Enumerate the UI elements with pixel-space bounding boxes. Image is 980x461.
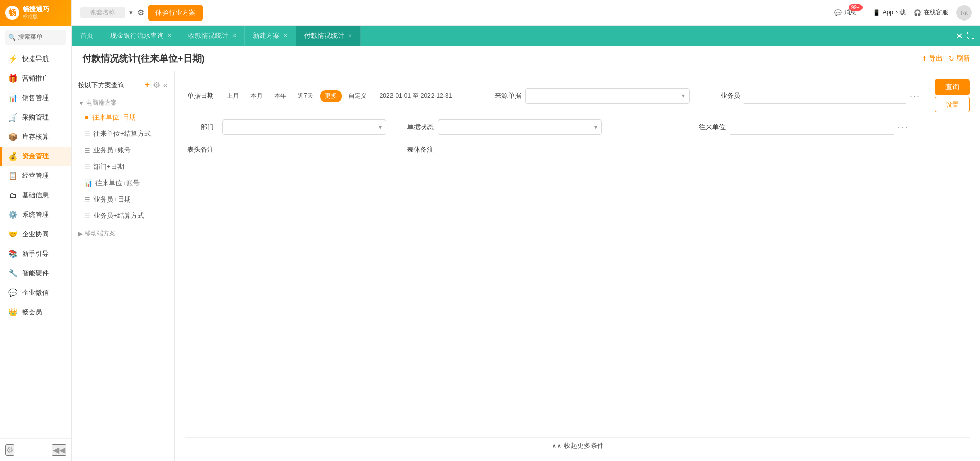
source-select[interactable]: ▾	[525, 88, 690, 104]
sidebar-item-label: 营销推广	[22, 74, 49, 83]
tab-payment-close[interactable]: ×	[348, 32, 352, 39]
scheme-panel-title: 按以下方案查询	[78, 81, 125, 90]
sidebar-item-label: 快捷导航	[22, 54, 49, 64]
online-service-button[interactable]: 🎧 在线客服	[914, 8, 948, 17]
search-menu-button[interactable]: 🔍 搜索菜单	[5, 30, 66, 45]
table-header-note-input[interactable]	[222, 142, 386, 157]
scheme-mobile-label: 移动端方案	[85, 229, 115, 238]
tabs-actions: ✕ ⛶	[951, 26, 980, 46]
doc-status-select[interactable]: ▾	[438, 119, 602, 135]
scheme-item-salesperson-account[interactable]: ☰ 业务员+账号	[72, 142, 174, 158]
sidebar-item-operation[interactable]: 📋 经营管理	[0, 166, 71, 186]
date-btn-7days[interactable]: 近7天	[293, 90, 318, 102]
date-btn-thisyear[interactable]: 本年	[269, 90, 291, 102]
scheme-panel-header: 按以下方案查询 + ⚙ «	[72, 76, 174, 93]
date-btn-custom[interactable]: 自定义	[344, 90, 371, 102]
sidebar-item-weixin[interactable]: 💬 企业微信	[0, 283, 71, 303]
scheme-section-mobile-title[interactable]: ▶ 移动端方案	[72, 227, 174, 240]
tab-home[interactable]: 首页	[72, 26, 102, 46]
tab-receivable-close[interactable]: ×	[232, 32, 236, 39]
user-avatar[interactable]: Rit	[956, 5, 972, 21]
logo-text: 畅捷通巧	[23, 5, 49, 13]
date-btn-thismonth[interactable]: 本月	[246, 90, 267, 102]
sidebar-item-finance[interactable]: 💰 资金管理	[0, 147, 71, 166]
sidebar-item-system[interactable]: ⚙️ 系统管理	[0, 205, 71, 225]
salesperson-label: 业务员	[712, 91, 740, 101]
scheme-item-salesperson-date[interactable]: ☰ 业务员+日期	[72, 191, 174, 208]
table-body-note-input[interactable]	[438, 142, 602, 157]
sidebar-item-purchase[interactable]: 🛒 采购管理	[0, 108, 71, 127]
trial-button[interactable]: 体验行业方案	[148, 5, 203, 21]
scheme-section-desktop: ▼ 电脑端方案 ● 往来单位+日期 ☰ 往来单位+结算方式 ☰ 业务员+账号	[72, 96, 174, 224]
dept-select[interactable]: ▾	[222, 119, 386, 135]
sidebar-item-marketing[interactable]: 🎁 营销推广	[0, 69, 71, 88]
app-label: App下载	[883, 8, 906, 17]
sidebar-item-basic[interactable]: 🗂 基础信息	[0, 186, 71, 205]
tab-home-label: 首页	[80, 31, 93, 41]
refresh-button[interactable]: ↻ 刷新	[949, 54, 970, 63]
tab-newscheme[interactable]: 新建方案 ×	[245, 26, 296, 46]
settings-footer-button[interactable]: ⚙	[5, 444, 14, 456]
search-menu-label: 搜索菜单	[18, 33, 43, 42]
tab-newscheme-close[interactable]: ×	[284, 32, 287, 39]
scheme-section-desktop-title[interactable]: ▼ 电脑端方案	[72, 96, 174, 109]
app-icon: 📱	[873, 9, 880, 16]
dept-select-arrow-icon: ▾	[379, 124, 382, 131]
scheme-chart-icon: 📊	[84, 179, 92, 187]
sidebar-item-member[interactable]: 👑 畅会员	[0, 303, 71, 322]
collapse-filter-label: 收起更多条件	[564, 441, 604, 450]
collapse-sidebar-button[interactable]: ◀◀	[52, 444, 66, 456]
partner-more-icon[interactable]: ···	[898, 122, 909, 133]
sidebar-nav: ⚡ 快捷导航 🎁 营销推广 📊 销售管理 🛒 采购管理 📦 库存核算 💰 资金管…	[0, 49, 71, 438]
tab-maximize-button[interactable]: ⛶	[967, 31, 975, 41]
sidebar-search-area: 🔍 搜索菜单	[0, 26, 71, 49]
salesperson-input[interactable]	[744, 88, 906, 104]
tab-cashflow-label: 现金银行流水查询	[110, 31, 164, 41]
tab-cashflow[interactable]: 现金银行流水查询 ×	[102, 26, 180, 46]
scheme-item-partner-date[interactable]: ● 往来单位+日期	[72, 109, 174, 126]
sidebar-item-guide[interactable]: 📚 新手引导	[0, 244, 71, 264]
sidebar-item-inventory[interactable]: 📦 库存核算	[0, 127, 71, 147]
sidebar-header: 畅 畅捷通巧 标准版	[0, 0, 71, 26]
tab-receivable[interactable]: 收款情况统计 ×	[180, 26, 245, 46]
export-label: 导出	[929, 54, 943, 63]
tab-close-all-button[interactable]: ✕	[956, 31, 963, 41]
salesperson-more-icon[interactable]: ···	[910, 91, 920, 102]
topbar-settings-button[interactable]: ⚙	[137, 8, 144, 17]
sidebar-item-enterprise[interactable]: 🤝 企业协同	[0, 225, 71, 244]
content-area: 按以下方案查询 + ⚙ « ▼ 电脑端方案 ● 往来单位+日期	[72, 71, 980, 461]
tab-payment[interactable]: 付款情况统计 ×	[296, 26, 361, 46]
scheme-panel-actions: + ⚙ «	[145, 79, 168, 90]
service-label: 在线客服	[924, 8, 948, 17]
scheme-collapse-button[interactable]: «	[163, 81, 168, 90]
sidebar-item-hardware[interactable]: 🔧 智能硬件	[0, 264, 71, 283]
partner-input[interactable]	[730, 119, 894, 135]
notice-button[interactable]: 💬 消息 99+	[834, 8, 856, 17]
sidebar-item-quicknav[interactable]: ⚡ 快捷导航	[0, 49, 71, 69]
scheme-settings-button[interactable]: ⚙	[153, 80, 160, 90]
filter-settings-button[interactable]: 设置	[935, 97, 970, 112]
scheme-item-salesperson-settlement[interactable]: ☰ 业务员+结算方式	[72, 208, 174, 224]
logo-text-area: 畅捷通巧 标准版	[23, 5, 49, 21]
date-btn-more[interactable]: 更多	[320, 90, 342, 102]
basic-icon: 🗂	[8, 191, 18, 200]
tab-cashflow-close[interactable]: ×	[168, 32, 171, 39]
sidebar-footer: ⚙ ◀◀	[0, 438, 71, 461]
tab-payment-label: 付款情况统计	[304, 31, 344, 41]
account-dropdown-button[interactable]: ▾	[129, 9, 133, 16]
filter-rows: 单据日期 上月 本月 本年 近7天 更多 自定义 2022-01-01 至 20…	[185, 79, 970, 435]
query-button[interactable]: 查询	[935, 79, 970, 95]
scheme-panel: 按以下方案查询 + ⚙ « ▼ 电脑端方案 ● 往来单位+日期	[72, 71, 174, 461]
doc-status-arrow-icon: ▾	[594, 124, 597, 131]
app-download-button[interactable]: 📱 App下载	[873, 8, 906, 17]
scheme-item-partner-account[interactable]: 📊 往来单位+账号	[72, 175, 174, 191]
operation-icon: 📋	[8, 171, 18, 181]
sidebar-item-sales[interactable]: 📊 销售管理	[0, 88, 71, 108]
marketing-icon: 🎁	[8, 74, 18, 83]
scheme-add-button[interactable]: +	[145, 79, 150, 90]
collapse-filter-button[interactable]: ∧∧ 收起更多条件	[185, 437, 970, 453]
scheme-item-dept-date[interactable]: ☰ 部门+日期	[72, 158, 174, 175]
export-button[interactable]: ⬆ 导出	[922, 54, 943, 63]
date-btn-lastmonth[interactable]: 上月	[222, 90, 244, 102]
scheme-item-partner-settlement[interactable]: ☰ 往来单位+结算方式	[72, 126, 174, 142]
